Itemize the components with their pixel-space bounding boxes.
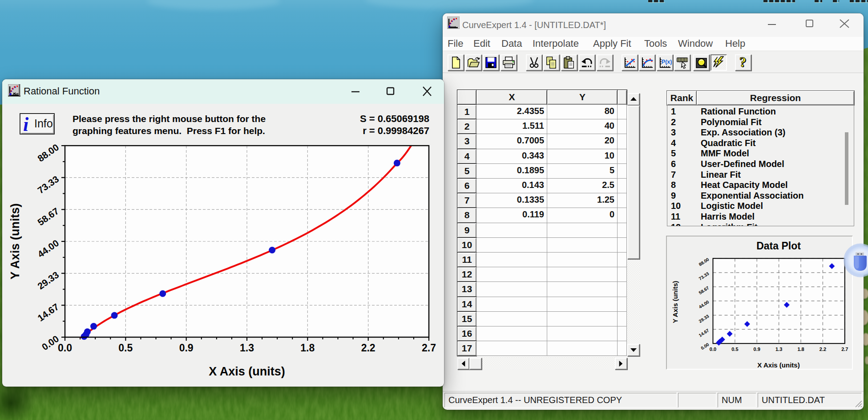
svg-text:58.67: 58.67 (36, 206, 61, 228)
svg-text:?: ? (739, 56, 747, 69)
svg-text:Y Axis (units): Y Axis (units) (8, 203, 22, 279)
svg-text:i: i (23, 115, 29, 134)
svg-text:X Axis (units): X Axis (units) (209, 365, 285, 378)
svg-text:0.9: 0.9 (179, 342, 194, 354)
svg-text:0.5: 0.5 (118, 342, 133, 354)
svg-text:P(x): P(x) (662, 59, 672, 65)
svg-text:0.00: 0.00 (40, 333, 61, 352)
svg-text:29.33: 29.33 (36, 269, 61, 291)
svg-text:1.8: 1.8 (300, 342, 315, 354)
svg-text:44.00: 44.00 (36, 237, 61, 259)
svg-text:1.3: 1.3 (240, 342, 254, 354)
svg-text:2.7: 2.7 (422, 342, 436, 354)
svg-text:2.2: 2.2 (361, 342, 375, 354)
svg-text:73.33: 73.33 (36, 174, 61, 196)
svg-text:88.00: 88.00 (36, 142, 61, 163)
svg-text:14.67: 14.67 (36, 302, 61, 323)
svg-text:0.0: 0.0 (58, 342, 72, 354)
